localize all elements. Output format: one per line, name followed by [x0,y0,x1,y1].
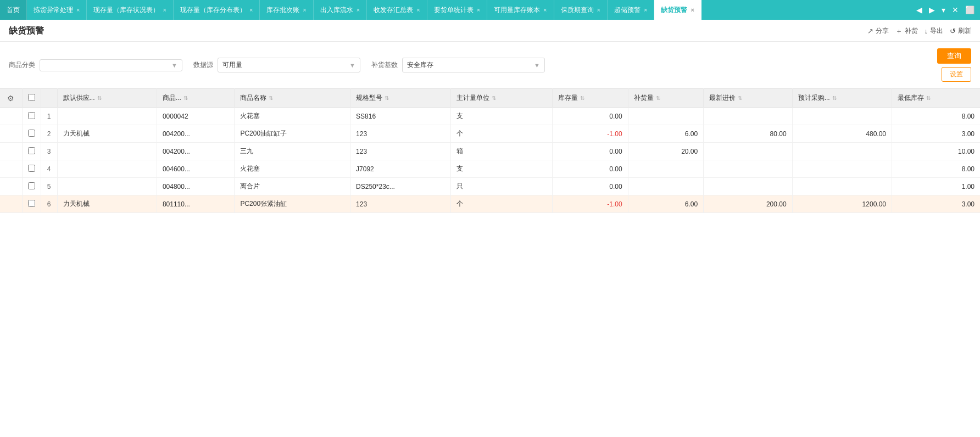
col-header-rownum [41,89,57,108]
cell-stock-1: -1.00 [553,125,628,143]
refresh-action-button[interactable]: ↺刷新 [950,26,971,36]
tab-label-inout-flow: 出入库流水 [320,5,353,15]
page-content: 缺货预警 ↗分享＋补货↓导出↺刷新 商品分类 ▼ 数据源 可用量 ▼ 补货基数 … [0,20,980,437]
page-header: 缺货预警 ↗分享＋补货↓导出↺刷新 [0,20,980,42]
share-action-button[interactable]: ↗分享 [867,26,889,36]
table-row: 4004600...火花塞J7092支0.008.00 [0,160,980,178]
row-checkbox-cell-2 [22,143,41,160]
row-number-4: 5 [41,178,57,195]
datasource-select[interactable]: 可用量 ▼ [218,58,360,72]
datasource-value: 可用量 [222,60,242,70]
tab-close-expiry-query[interactable]: × [597,7,600,13]
col-header-product_code[interactable]: 商品...⇅ [157,89,235,108]
settings-button[interactable]: 设置 [942,67,971,82]
row-checkbox-2[interactable] [28,147,35,154]
select-all-checkbox[interactable] [28,94,35,101]
tab-prev-button[interactable]: ◀ [913,4,926,15]
tab-inventory-status[interactable]: 现存量（库存状况表） × [87,0,173,20]
tab-close-demand-stats[interactable]: × [477,7,480,13]
filter-right-buttons: 查询 设置 [937,48,971,82]
tab-close-inventory-dist[interactable]: × [249,7,253,13]
settings-gear-icon[interactable]: ⚙ [7,94,14,103]
tab-home[interactable]: 首页 [0,0,27,20]
base-select[interactable]: 安全库存 ▼ [402,58,545,72]
header-actions: ↗分享＋补货↓导出↺刷新 [867,26,972,36]
tab-close-batch-account[interactable]: × [303,7,306,13]
sort-icon-spec: ⇅ [385,95,389,101]
col-header-supplier[interactable]: 默认供应...⇅ [57,89,157,108]
tab-shortage[interactable]: 缺货预警 × [654,0,701,20]
col-header-min_stock[interactable]: 最低库存⇅ [892,89,981,108]
row-number-5: 6 [41,195,57,213]
tab-close-exception[interactable]: × [76,7,80,13]
tab-close-inout-flow[interactable]: × [357,7,360,13]
sort-icon-unit: ⇅ [492,95,496,101]
col-header-stock[interactable]: 库存量⇅ [553,89,628,108]
row-checkbox-cell-3 [22,160,41,178]
tab-bar: 首页拣货异常处理 ×现存量（库存状况表） ×现存量（库存分布表） ×库存批次账 … [0,0,980,20]
datasource-arrow-icon: ▼ [349,62,355,69]
tab-inout-flow[interactable]: 出入库流水 × [314,0,367,20]
table-container: ⚙默认供应...⇅商品...⇅商品名称⇅规格型号⇅主计量单位⇅库存量⇅补货量⇅最… [0,88,980,213]
tab-menu-button[interactable]: ▾ [938,4,949,15]
row-checkbox-4[interactable] [28,182,35,189]
col-label-stock: 库存量 [558,93,578,103]
cell-supplier-4 [57,178,157,195]
cell-product-name-5: PC200张紧油缸 [235,195,350,213]
tab-close-all-button[interactable]: ✕ [949,4,962,15]
col-header-replenish[interactable]: 补货量⇅ [628,89,704,108]
tab-label-receive-summary: 收发存汇总表 [374,5,413,15]
tab-batch-account[interactable]: 库存批次账 × [260,0,313,20]
tab-close-shortage[interactable]: × [691,7,694,13]
tab-demand-stats[interactable]: 要货单统计表 × [427,0,487,20]
tab-close-available-ledger[interactable]: × [543,7,547,13]
cell-stock-0: 0.00 [553,108,628,125]
cell-spec-2: 123 [350,143,451,160]
row-checkbox-3[interactable] [28,165,35,172]
table-row: 2力天机械004200...PC200油缸缸子123个-1.006.0080.0… [0,125,980,143]
tab-expiry-query[interactable]: 保质期查询 × [554,0,608,20]
tab-next-button[interactable]: ▶ [926,4,938,15]
tab-overstock[interactable]: 超储预警 × [608,0,654,20]
tab-available-ledger[interactable]: 可用量库存账本 × [487,0,554,20]
cell-spec-5: 123 [350,195,451,213]
col-header-est_purchase[interactable]: 预计采购...⇅ [792,89,892,108]
replenish-action-button[interactable]: ＋补货 [895,26,918,36]
row-gear-cell-1 [0,125,22,143]
sort-icon-product_code: ⇅ [183,95,188,101]
tab-label-available-ledger: 可用量库存账本 [494,5,540,15]
cell-supplier-1: 力天机械 [57,125,157,143]
export-action-button[interactable]: ↓导出 [925,26,944,36]
col-header-spec[interactable]: 规格型号⇅ [350,89,451,108]
cell-min-stock-1: 3.00 [892,125,981,143]
col-label-product_name: 商品名称 [240,93,266,103]
cell-product-name-1: PC200油缸缸子 [235,125,350,143]
tab-exception[interactable]: 拣货异常处理 × [27,0,87,20]
tab-close-inventory-status[interactable]: × [163,7,166,13]
col-label-supplier: 默认供应... [63,93,95,103]
base-arrow-icon: ▼ [534,62,540,69]
category-select[interactable]: ▼ [40,59,182,71]
tab-receive-summary[interactable]: 收发存汇总表 × [367,0,427,20]
tab-inventory-dist[interactable]: 现存量（库存分布表） × [174,0,260,20]
tab-close-receive-summary[interactable]: × [416,7,420,13]
cell-latest-price-2 [704,143,792,160]
cell-latest-price-4 [704,178,792,195]
tab-maximize-button[interactable]: ⬜ [962,4,978,15]
col-label-unit: 主计量单位 [456,93,489,103]
cell-product-code-1: 004200... [157,125,235,143]
share-label: 分享 [876,26,889,36]
col-header-product_name[interactable]: 商品名称⇅ [235,89,350,108]
row-checkbox-0[interactable] [28,112,35,119]
cell-replenish-4 [628,178,704,195]
row-number-1: 2 [41,125,57,143]
col-header-unit[interactable]: 主计量单位⇅ [450,89,552,108]
tab-close-overstock[interactable]: × [644,7,647,13]
row-checkbox-1[interactable] [28,130,35,137]
col-header-latest_price[interactable]: 最新进价⇅ [704,89,792,108]
row-checkbox-5[interactable] [28,200,35,207]
sort-icon-product_name: ⇅ [269,95,273,101]
query-button[interactable]: 查询 [937,48,971,64]
cell-stock-2: 0.00 [553,143,628,160]
cell-unit-3: 支 [450,160,552,178]
